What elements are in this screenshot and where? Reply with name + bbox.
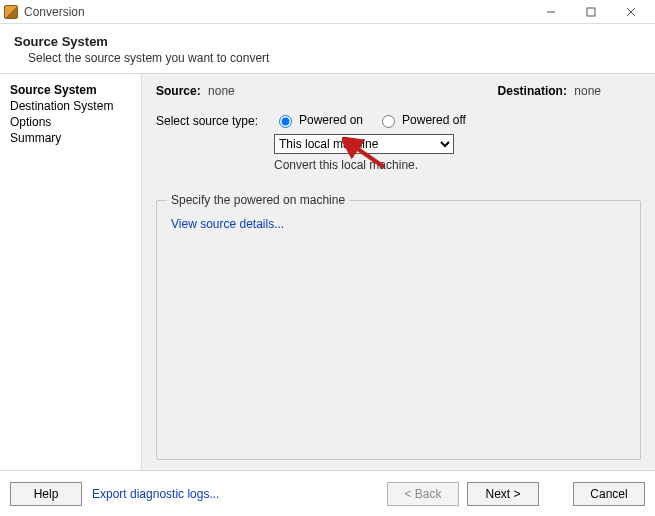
main-panel: Source: none Destination: none Select so… — [142, 74, 655, 470]
close-button[interactable] — [611, 1, 651, 23]
source-machine-select[interactable]: This local machine — [274, 134, 454, 154]
back-button[interactable]: < Back — [387, 482, 459, 506]
nav-step-source-system[interactable]: Source System — [10, 82, 137, 98]
wizard-header: Source System Select the source system y… — [0, 24, 655, 74]
cancel-button[interactable]: Cancel — [573, 482, 645, 506]
radio-powered-off-label: Powered off — [402, 113, 466, 127]
wizard-footer: Help Export diagnostic logs... < Back Ne… — [0, 470, 655, 516]
export-diagnostic-logs-link[interactable]: Export diagnostic logs... — [92, 487, 219, 501]
radio-powered-off[interactable]: Powered off — [377, 112, 466, 128]
maximize-button[interactable] — [571, 1, 611, 23]
source-hint-text: Convert this local machine. — [274, 158, 641, 172]
destination-label: Destination: — [498, 84, 567, 98]
minimize-button[interactable] — [531, 1, 571, 23]
source-label: Source: — [156, 84, 201, 98]
radio-powered-on-label: Powered on — [299, 113, 363, 127]
select-source-type-label: Select source type: — [156, 112, 266, 128]
title-bar: Conversion — [0, 0, 655, 24]
wizard-icon — [4, 5, 18, 19]
radio-powered-off-input[interactable] — [382, 115, 395, 128]
nav-step-options[interactable]: Options — [10, 114, 137, 130]
source-value: none — [208, 84, 235, 98]
help-button[interactable]: Help — [10, 482, 82, 506]
group-legend: Specify the powered on machine — [167, 193, 349, 207]
next-button[interactable]: Next > — [467, 482, 539, 506]
page-subtitle: Select the source system you want to con… — [28, 51, 641, 65]
wizard-steps-nav: Source System Destination System Options… — [0, 74, 142, 470]
view-source-details-link[interactable]: View source details... — [171, 217, 284, 231]
nav-step-summary[interactable]: Summary — [10, 130, 137, 146]
radio-powered-on-input[interactable] — [279, 115, 292, 128]
page-title: Source System — [14, 34, 641, 49]
radio-powered-on[interactable]: Powered on — [274, 112, 363, 128]
powered-on-machine-group: Specify the powered on machine View sour… — [156, 200, 641, 460]
window-title: Conversion — [24, 5, 85, 19]
destination-value: none — [574, 84, 601, 98]
svg-rect-1 — [587, 8, 595, 16]
nav-step-destination-system[interactable]: Destination System — [10, 98, 137, 114]
